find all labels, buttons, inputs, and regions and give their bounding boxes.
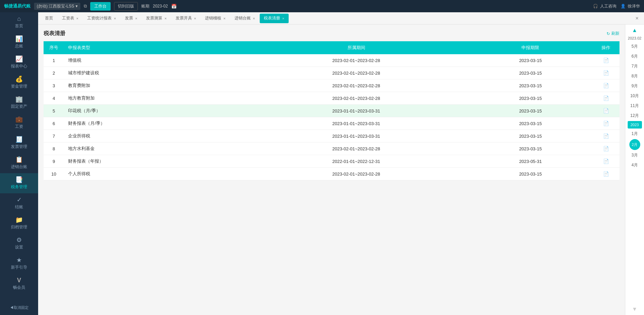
window-close-button[interactable]: × bbox=[633, 15, 641, 21]
tab-invoice-calc[interactable]: 发票测算 × bbox=[142, 14, 171, 23]
action-doc-icon[interactable]: 📄 bbox=[603, 133, 609, 139]
sidebar-label-ledger: 总账 bbox=[15, 43, 23, 49]
panel-month-6[interactable]: 6月 bbox=[628, 52, 642, 61]
customer-service[interactable]: 🎧 人工咨询 bbox=[593, 3, 616, 9]
sidebar-item-invoice[interactable]: 🧾 发票管理 bbox=[0, 133, 38, 153]
panel-up-arrow[interactable]: ▲ bbox=[631, 26, 639, 35]
tab-close-purchase-ledger[interactable]: × bbox=[253, 16, 255, 20]
sidebar-item-fund[interactable]: 💰 资金管理 bbox=[0, 73, 38, 93]
sidebar-item-home[interactable]: ⌂ 首页 bbox=[0, 12, 38, 32]
sidebar-item-ledger[interactable]: 📊 总账 bbox=[0, 32, 38, 52]
tab-salary-stats[interactable]: 工资统计报表 × bbox=[83, 14, 120, 23]
page-content: 税表清册 ↻ 刷新 序号 申报表类型 所属期间 申报期限 操作 bbox=[38, 25, 625, 315]
cell-deadline: 2023-03-15 bbox=[469, 67, 592, 79]
col-header-no: 序号 bbox=[44, 41, 64, 54]
panel-month-2-active[interactable]: 2月 bbox=[629, 139, 640, 150]
tab-close-tax-list[interactable]: × bbox=[282, 16, 284, 20]
sidebar: ⌂ 首页 📊 总账 📈 报表中心 💰 资金管理 🏢 固定资产 💼 工资 🧾 发票… bbox=[0, 12, 38, 315]
cell-period: 2023-01-01~2023-03-31 bbox=[244, 117, 469, 130]
panel-month-7[interactable]: 7月 bbox=[628, 62, 642, 71]
sidebar-item-salary[interactable]: 💼 工资 bbox=[0, 113, 38, 133]
tab-invoice-open[interactable]: 发票开具 × bbox=[172, 14, 200, 23]
action-doc-icon[interactable]: 📄 bbox=[603, 159, 609, 164]
tab-home[interactable]: 首页 bbox=[41, 14, 57, 23]
panel-month-12[interactable]: 12月 bbox=[628, 111, 642, 120]
action-doc-icon[interactable]: 📄 bbox=[603, 95, 609, 101]
cell-action[interactable]: 📄 bbox=[592, 130, 619, 142]
cell-action[interactable]: 📄 bbox=[592, 92, 619, 105]
workbench-button[interactable]: 工作台 bbox=[90, 2, 111, 11]
tab-tax-list[interactable]: 税表清册 × bbox=[260, 14, 288, 23]
panel-month-3[interactable]: 3月 bbox=[628, 151, 642, 160]
tab-close-invoice-calc[interactable]: × bbox=[164, 16, 166, 20]
panel-month-11[interactable]: 11月 bbox=[628, 101, 642, 110]
cell-action[interactable]: 📄 bbox=[592, 117, 619, 130]
sidebar-label-purchase: 进销台账 bbox=[11, 164, 27, 170]
cell-period: 2023-02-01~2023-02-28 bbox=[244, 168, 469, 180]
panel-month-1[interactable]: 1月 bbox=[628, 129, 642, 138]
sidebar-item-report[interactable]: 📈 报表中心 bbox=[0, 52, 38, 73]
sidebar-item-member[interactable]: V 畅会员 bbox=[0, 274, 38, 294]
calendar-icon[interactable]: 📅 bbox=[171, 4, 177, 9]
action-doc-icon[interactable]: 📄 bbox=[603, 108, 609, 114]
tab-close-invoice-open[interactable]: × bbox=[194, 16, 196, 20]
tab-purchase-ledger[interactable]: 进销台账 × bbox=[230, 14, 259, 23]
cell-type: 企业所得税 bbox=[64, 130, 244, 142]
fund-icon: 💰 bbox=[15, 76, 23, 82]
sidebar-label-settings: 设置 bbox=[15, 244, 23, 250]
tab-salary-table[interactable]: 工资表 × bbox=[58, 14, 82, 23]
cell-action[interactable]: 📄 bbox=[592, 79, 619, 92]
panel-month-9[interactable]: 9月 bbox=[628, 81, 642, 91]
sidebar-item-settings[interactable]: ⚙ 设置 bbox=[0, 234, 38, 254]
tab-close-salary-table[interactable]: × bbox=[76, 16, 78, 20]
cell-action[interactable]: 📄 bbox=[592, 54, 619, 67]
tab-close-invoice[interactable]: × bbox=[135, 16, 137, 20]
sidebar-item-settlement[interactable]: ✓ 结账 bbox=[0, 193, 38, 213]
panel-month-5[interactable]: 5月 bbox=[628, 42, 642, 51]
cell-action[interactable]: 📄 bbox=[592, 155, 619, 168]
copy-icon[interactable]: ⧉ bbox=[84, 3, 87, 9]
action-doc-icon[interactable]: 📄 bbox=[603, 171, 609, 177]
action-doc-icon[interactable]: 📄 bbox=[603, 58, 609, 63]
action-doc-icon[interactable]: 📄 bbox=[603, 70, 609, 76]
cell-no: 6 bbox=[44, 117, 64, 130]
cell-action[interactable]: 📄 bbox=[592, 142, 619, 155]
action-doc-icon[interactable]: 📄 bbox=[603, 121, 609, 126]
panel-month-10[interactable]: 10月 bbox=[628, 91, 642, 101]
panel-month-8[interactable]: 8月 bbox=[628, 72, 642, 81]
user-profile[interactable]: 👤 徐泽华 bbox=[621, 3, 640, 9]
sidebar-label-settlement: 结账 bbox=[15, 204, 23, 210]
old-version-button[interactable]: 切到旧版 bbox=[114, 2, 138, 11]
panel-month-4[interactable]: 4月 bbox=[628, 161, 642, 170]
cell-no: 5 bbox=[44, 105, 64, 117]
tab-close-salary-stats[interactable]: × bbox=[114, 16, 116, 20]
refresh-button[interactable]: ↻ 刷新 bbox=[607, 31, 619, 36]
cell-action[interactable]: 📄 bbox=[592, 67, 619, 79]
sidebar-item-tax[interactable]: 📑 税务管理 bbox=[0, 173, 38, 193]
sidebar-item-asset[interactable]: 🏢 固定资产 bbox=[0, 93, 38, 113]
cell-type: 增值税 bbox=[64, 54, 244, 67]
cell-deadline: 2023-03-15 bbox=[469, 142, 592, 155]
sidebar-label-salary: 工资 bbox=[15, 124, 23, 130]
table-row: 3 教育费附加 2023-02-01~2023-02-28 2023-03-15… bbox=[44, 79, 619, 92]
company-selector[interactable]: (勿动) 江西股宝-LSS ▾ bbox=[34, 3, 80, 10]
period-value[interactable]: 2023-02 bbox=[153, 4, 168, 9]
cell-action[interactable]: 📄 bbox=[592, 105, 619, 117]
sidebar-item-archive[interactable]: 📁 归档管理 bbox=[0, 213, 38, 234]
sidebar-item-guide[interactable]: ★ 新手引导 bbox=[0, 254, 38, 274]
sidebar-item-purchase[interactable]: 📋 进销台账 bbox=[0, 153, 38, 173]
cell-type: 印花税（月/季） bbox=[64, 105, 244, 117]
table-row: 4 地方教育附加 2023-02-01~2023-02-28 2023-03-1… bbox=[44, 92, 619, 105]
panel-year-label: 2023.02 bbox=[627, 35, 642, 42]
cell-action[interactable]: 📄 bbox=[592, 168, 619, 180]
action-doc-icon[interactable]: 📄 bbox=[603, 146, 609, 151]
tab-purchase-check[interactable]: 进销稽核 × bbox=[201, 14, 229, 23]
action-doc-icon[interactable]: 📄 bbox=[603, 83, 609, 88]
settings-icon: ⚙ bbox=[16, 237, 22, 243]
tab-invoice[interactable]: 发票 × bbox=[121, 14, 141, 23]
cell-type: 城市维护建设税 bbox=[64, 67, 244, 79]
panel-down-arrow[interactable]: ▼ bbox=[631, 305, 639, 314]
cancel-fixed-button[interactable]: ◀取消固定 bbox=[0, 303, 38, 312]
app-logo: 畅捷通易代账 bbox=[4, 3, 31, 9]
tab-close-purchase-check[interactable]: × bbox=[223, 16, 225, 20]
